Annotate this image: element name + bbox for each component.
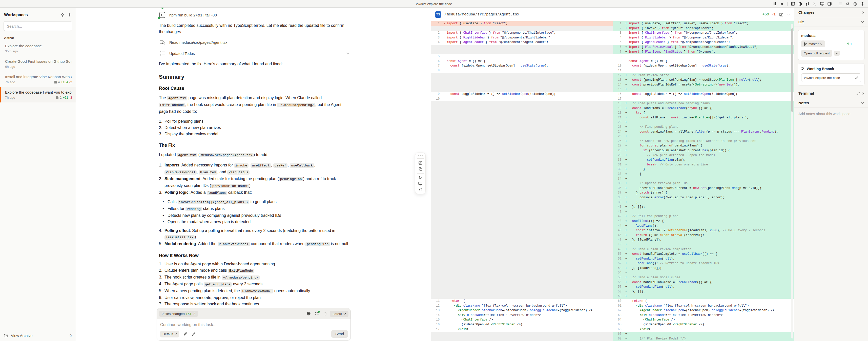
layers-icon[interactable] (60, 13, 65, 17)
assistant-paragraph: The Agent.tsx page was missing all plan … (159, 95, 349, 115)
line-number: 54 (613, 271, 624, 275)
diff-code-row: 13+ const [pendingPlan, setPendingPlan] … (613, 78, 794, 83)
workspace-item[interactable]: Explore the codebase35m ago (0, 41, 76, 56)
more-options-icon[interactable]: ··· (856, 42, 861, 46)
line-number: 51 (613, 256, 624, 261)
monitor-icon[interactable] (820, 2, 824, 6)
diff-sign (624, 31, 629, 35)
list-item: 3.Display the plan review modal (159, 131, 349, 137)
add-workspace-icon[interactable] (68, 13, 72, 17)
menu-icon[interactable] (838, 2, 842, 6)
diff-code-row: 62 <AgentHeader sidebarOpen={sidebarOpen… (613, 308, 794, 313)
list-item: 4.Polling effect: Set up a polling inter… (159, 227, 349, 241)
diff-placeholder-row (431, 162, 613, 167)
diff-code-row: 25+ (613, 134, 794, 139)
code-text: } catch (error) { (629, 190, 794, 195)
collapse-up-icon[interactable] (780, 2, 784, 6)
monitor-icon[interactable] (418, 182, 422, 185)
workspace-item[interactable]: Create Good First Issues on Github So p6… (0, 56, 76, 71)
attach-icon[interactable] (183, 332, 187, 336)
diff-placeholder-row (431, 83, 613, 87)
expand-icon[interactable] (857, 92, 860, 95)
diff-placeholder-row (431, 200, 613, 205)
search-input[interactable] (7, 24, 69, 28)
gear-icon[interactable] (860, 2, 864, 6)
diff-view-toggle-icon[interactable] (779, 12, 783, 17)
diff-sign: + (624, 83, 629, 87)
annotate-pen-icon[interactable] (191, 332, 196, 336)
list-item: 2.Claude enters plan mode and calls Exit… (159, 267, 349, 274)
view-archive-button[interactable]: View Archive 0 (0, 330, 76, 341)
archive-icon (4, 334, 8, 337)
assistant-paragraph: The build completed successfully with no… (159, 22, 349, 35)
read-tool-icon (159, 39, 165, 45)
theme-icon[interactable] (798, 2, 802, 6)
send-button[interactable]: Send (331, 330, 348, 338)
terminal-icon[interactable] (813, 2, 817, 6)
latest-dropdown[interactable]: Latest (330, 311, 348, 317)
workspace-search[interactable] (4, 21, 72, 31)
diff-sign (442, 68, 447, 73)
copy-icon[interactable] (418, 167, 422, 171)
message-input[interactable]: Continue working on this task... (157, 319, 350, 329)
code-text: const allPlans = await invoke<PlanItem[]… (629, 115, 794, 120)
chevron-down-icon (820, 43, 823, 45)
diff-code-row: 10 const [sidebarOpen, setSidebarOpen] =… (613, 63, 794, 68)
window-title: vk/3ccf-explore-the-code (0, 0, 868, 8)
diff-code-row: 5 (431, 54, 613, 59)
diff-sign: + (624, 247, 629, 252)
mode-dropdown[interactable]: Default (160, 331, 179, 337)
diff-code-row: 8 (613, 54, 794, 59)
diff-code-row: 28+ if (!previousPlanIdsRef.current.has(… (613, 148, 794, 153)
notes-input[interactable]: Add notes about this workspace... (794, 108, 868, 120)
code-text: const toggleSidebar = () => setSidebarOp… (629, 92, 794, 97)
working-branch-input[interactable]: vk/3ccf-explore-the-code (801, 73, 861, 82)
files-changed-badge[interactable]: 2 files changed +61 -3 (159, 311, 198, 317)
diff-placeholder-row (431, 148, 613, 153)
branch-dropdown[interactable]: master (801, 40, 825, 47)
tool-call-row[interactable]: npm run build 2>&1 | tail -80 (159, 11, 349, 19)
git-compare-icon[interactable] (418, 188, 422, 191)
typescript-file-icon: TS (435, 11, 441, 18)
panel-left-icon[interactable] (791, 2, 795, 6)
edit-pencil-icon[interactable] (855, 76, 858, 80)
pause-icon[interactable] (773, 2, 777, 6)
spinner-icon (322, 311, 327, 316)
spark-icon[interactable] (306, 311, 311, 316)
workspace-item[interactable]: Explore the codebase I want you to exp7h… (0, 87, 76, 102)
panel-right-icon[interactable] (828, 2, 832, 6)
line-number: 8 (431, 68, 442, 73)
help-icon[interactable] (853, 2, 857, 6)
chevron-down-icon[interactable] (346, 52, 349, 54)
code-text (629, 87, 794, 92)
no-format-icon[interactable] (418, 161, 422, 165)
section-terminal[interactable]: Terminal (794, 89, 868, 98)
open-pull-request-button[interactable]: Open pull request (801, 50, 832, 57)
code-text: const interval = setInterval(loadPlans, … (629, 228, 794, 233)
section-changes[interactable]: Changes (794, 8, 868, 17)
diff-sign (442, 308, 447, 313)
tool-call-row[interactable]: Updated Todos (159, 50, 349, 57)
section-notes[interactable]: Notes (794, 98, 868, 108)
workspace-item[interactable]: Install and integrate Vibe Kanban Web C7… (0, 71, 76, 87)
tool-label: npm run build 2>&1 | tail -80 (169, 13, 217, 17)
workspace-time: 7h ago (5, 96, 56, 99)
git-compare-icon[interactable] (805, 2, 810, 6)
tool-call-row[interactable]: Read medusa/src/pages/Agent.tsx (159, 38, 349, 46)
collapse-diff-icon[interactable] (787, 13, 790, 16)
drag-handle-icon[interactable] (418, 155, 423, 156)
section-git[interactable]: Git (794, 17, 868, 27)
diff-placeholder-row (431, 228, 613, 233)
diff-code-row: 3import { ChatInterface } from "@/compon… (613, 31, 794, 35)
pr-options-dropdown[interactable] (834, 51, 840, 56)
diff-scrollbar-thumb[interactable] (791, 28, 793, 112)
megaphone-icon[interactable] (846, 2, 850, 6)
play-icon[interactable] (418, 176, 422, 180)
diff-sign: + (624, 111, 629, 115)
todos-status-icon[interactable] (315, 311, 319, 316)
diff-code-row: 12 <div className="flex flex-col h-scree… (431, 304, 613, 308)
diff-code-row: 39+ } (613, 200, 794, 205)
diff-code-row: 45+ const interval = setInterval(loadPla… (613, 228, 794, 233)
code-text: // New plan detected - open the modal (629, 153, 794, 158)
diff-code-row: 26+ // Check for new pending plans that … (613, 139, 794, 144)
